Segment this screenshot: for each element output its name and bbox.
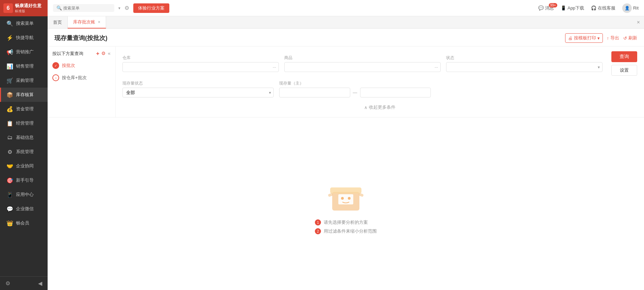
stock-qty-from[interactable] (279, 88, 350, 97)
sidebar-item-wechat[interactable]: 💬 企业微信 (0, 202, 48, 216)
svg-point-4 (348, 197, 351, 200)
print-label: 按模板打印 (574, 35, 596, 41)
sidebar-item-search[interactable]: 🔍 搜索菜单 (0, 16, 48, 31)
online-service-btn[interactable]: 🎧 在线客服 (591, 5, 615, 11)
stock-qty-to[interactable] (360, 88, 431, 97)
sidebar-item-label: 快捷导航 (16, 35, 34, 41)
sidebar-item-label: 畅会员 (16, 220, 29, 226)
query-btn[interactable]: 查询 (611, 51, 637, 62)
sidebar-item-member[interactable]: 👑 畅会员 (0, 216, 48, 230)
messages-btn[interactable]: 💬 消息 99+ (538, 5, 554, 11)
sidebar-item-basic[interactable]: 🗂 基础信息 (0, 130, 48, 145)
stock-status-select[interactable]: 全部 有库存 无库存 (122, 88, 274, 97)
sidebar-item-label: 经营管理 (16, 120, 34, 126)
tip-text-2: 用过滤条件来缩小分析范围 (324, 228, 377, 234)
app-logo: 6 (3, 3, 13, 13)
tab-close-icon[interactable]: × (98, 20, 100, 24)
empty-svg (325, 173, 366, 214)
search-input[interactable] (63, 6, 107, 11)
finance-icon: 💰 (6, 106, 13, 112)
product-input[interactable] (284, 62, 441, 72)
range-separator: — (353, 90, 357, 95)
sidebar-item-guide[interactable]: 🎯 新手引导 (0, 173, 48, 187)
app-version: 标准版 (15, 9, 41, 13)
print-btn[interactable]: 🖨 按模板打印 ▾ (565, 33, 603, 43)
print-dropdown-icon[interactable]: ▾ (597, 36, 600, 41)
sidebar-item-operations[interactable]: 📋 经营管理 (0, 116, 48, 130)
sidebar-item-enterprise[interactable]: 🤝 企业协同 (0, 159, 48, 173)
sidebar-collapse-btn[interactable]: ◀ (38, 280, 42, 287)
stock-qty-label: 现存量（主） (279, 80, 430, 86)
trial-btn[interactable]: 体验行业方案 (133, 3, 169, 13)
tab-home[interactable]: 首页 (48, 16, 68, 29)
topbar-settings-icon[interactable]: ⚙ (124, 5, 129, 11)
user-avatar-btn[interactable]: 👤 Rit (622, 3, 639, 13)
sidebar-item-label: 库存核算 (16, 92, 34, 98)
empty-tip-2: 2 用过滤条件来缩小分析范围 (315, 228, 377, 234)
sidebar-item-label: 采购管理 (16, 77, 34, 84)
filter-field-stock-status: 现存量状态 全部 有库存 无库存 ▾ (122, 80, 274, 97)
inventory-icon: 📦 (6, 91, 13, 98)
warehouse-label: 仓库 (122, 55, 279, 61)
sidebar-item-purchase[interactable]: 🛒 采购管理 (0, 73, 48, 88)
dropdown-icon[interactable]: ▾ (118, 6, 120, 11)
status-select[interactable]: 启用 停用 (446, 62, 603, 72)
operations-icon: 📋 (6, 120, 13, 127)
sidebar-item-finance[interactable]: 💰 资金管理 (0, 102, 48, 116)
sidebar-item-marketing[interactable]: 📢 营销推广 (0, 45, 48, 59)
tabbar-close-btn[interactable]: × (633, 19, 644, 25)
product-more-icon[interactable]: ··· (435, 65, 438, 70)
sidebar-item-label: 搜索菜单 (16, 20, 34, 26)
status-select-wrapper: 启用 停用 ▾ (446, 62, 603, 72)
scheme-panel-title: 按以下方案查询 (52, 51, 83, 57)
tabbar: 首页 库存批次账 × × (48, 16, 644, 29)
scheme-settings-btn[interactable]: ⚙ (101, 51, 106, 57)
topbar-right: 💬 消息 99+ 📱 App下载 🎧 在线客服 👤 Rit (538, 3, 639, 13)
sidebar-item-label: 企业协同 (16, 163, 34, 169)
scheme-collapse-btn[interactable]: « (108, 51, 111, 57)
wechat-icon: 💬 (6, 205, 13, 212)
scheme-item-cangku-pici[interactable]: ○ 按仓库+批次 (48, 72, 115, 84)
scheme-panel: 按以下方案查询 + ⚙ « ✓ 按批次 ○ 按仓库+批次 (48, 47, 116, 117)
refresh-btn[interactable]: ↺ 刷新 (623, 35, 637, 41)
sidebar: 6 畅康通好生意 标准版 🔍 搜索菜单 ⚡ 快捷导航 📢 营销推广 📊 销售管理… (0, 0, 48, 290)
sidebar-settings-btn[interactable]: ⚙ (5, 280, 10, 287)
app-download-btn[interactable]: 📱 App下载 (561, 5, 584, 11)
export-btn[interactable]: ↑ 导出 (607, 35, 620, 41)
basic-icon: 🗂 (6, 134, 13, 141)
sidebar-item-inventory[interactable]: 📦 库存核算 (0, 88, 48, 102)
sidebar-item-label: 资金管理 (16, 106, 34, 112)
filter-field-warehouse: 仓库 ··· (122, 55, 279, 72)
search-icon: 🔍 (6, 20, 13, 27)
scheme-add-btn[interactable]: + (96, 51, 99, 57)
filter-row-1: 仓库 ··· 商品 ··· (122, 51, 637, 76)
empty-illustration (325, 173, 366, 214)
print-icon: 🖨 (568, 36, 573, 41)
tab-inventory-batch[interactable]: 库存批次账 × (68, 16, 106, 29)
warehouse-input[interactable] (122, 62, 279, 72)
collapse-icon: ∧ (364, 105, 368, 110)
service-icon: 🎧 (591, 5, 596, 11)
sidebar-item-shortcut[interactable]: ⚡ 快捷导航 (0, 31, 48, 45)
sidebar-item-sales[interactable]: 📊 销售管理 (0, 59, 48, 73)
scheme-item-pici[interactable]: ✓ 按批次 (48, 59, 115, 72)
scheme-inactive-icon: ○ (52, 74, 59, 81)
collapse-more-btn[interactable]: ∧ 收起更多条件 (122, 102, 637, 112)
app-name-block: 畅康通好生意 标准版 (15, 3, 41, 13)
filter-row-2: 现存量状态 全部 有库存 无库存 ▾ 现存量（主） (122, 80, 637, 97)
sidebar-item-apps[interactable]: 📱 应用中心 (0, 187, 48, 202)
inventory-batch-tab-label: 库存批次账 (73, 19, 95, 25)
user-name: Rit (633, 5, 639, 11)
export-label: 导出 (610, 35, 619, 41)
content: 现存量查询(按批次) 🖨 按模板打印 ▾ ↑ 导出 ↺ 刷新 (48, 29, 644, 290)
guide-icon: 🎯 (6, 177, 13, 184)
sidebar-item-label: 应用中心 (16, 192, 34, 198)
topbar-search-box[interactable]: 🔍 (53, 4, 114, 12)
warehouse-more-icon[interactable]: ··· (273, 65, 276, 70)
sidebar-nav: 🔍 搜索菜单 ⚡ 快捷导航 📢 营销推广 📊 销售管理 🛒 采购管理 📦 库存核… (0, 16, 48, 276)
sidebar-item-system[interactable]: ⚙ 系统管理 (0, 145, 48, 159)
status-label: 状态 (446, 55, 603, 61)
page-panel: 现存量查询(按批次) 🖨 按模板打印 ▾ ↑ 导出 ↺ 刷新 (48, 29, 644, 290)
settings-btn[interactable]: 设置 (611, 65, 637, 76)
scheme-label: 按仓库+批次 (62, 75, 87, 81)
